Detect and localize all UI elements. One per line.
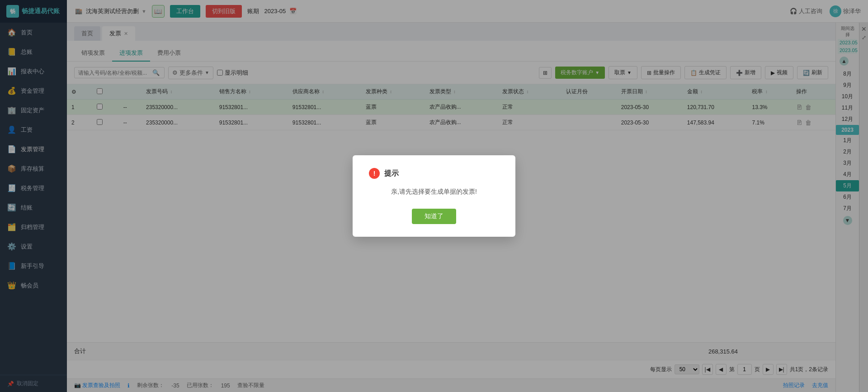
modal-message: 亲,请先选择要生成单据的发票!	[391, 188, 477, 195]
modal-warning-icon: !	[369, 168, 380, 179]
modal-title-text: 提示	[384, 169, 399, 178]
modal-body: 亲,请先选择要生成单据的发票!	[369, 188, 499, 196]
modal-footer: 知道了	[369, 209, 499, 224]
modal-dialog: ! 提示 亲,请先选择要生成单据的发票! 知道了	[353, 155, 515, 237]
modal-overlay[interactable]: ! 提示 亲,请先选择要生成单据的发票! 知道了	[0, 0, 868, 392]
modal-ok-btn[interactable]: 知道了	[412, 209, 456, 224]
modal-title-row: ! 提示	[369, 168, 499, 179]
